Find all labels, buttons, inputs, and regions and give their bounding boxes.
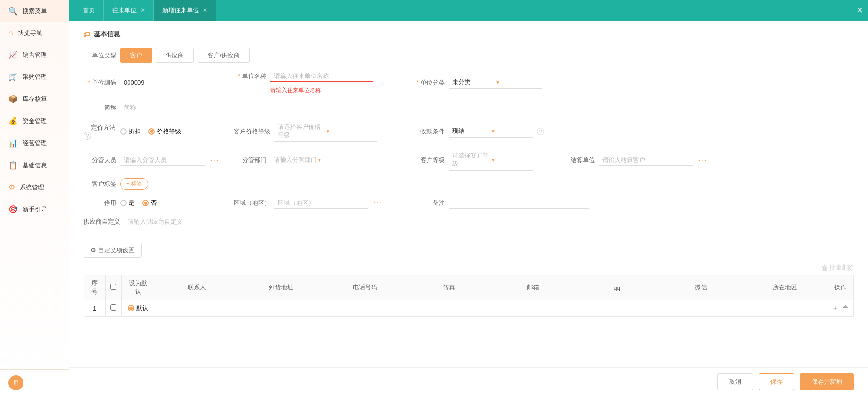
row-checkbox[interactable] — [110, 304, 116, 311]
payment-terms-group: 收款条件 现结 ▼ ? — [412, 125, 854, 138]
col-email: 邮箱 — [491, 275, 575, 300]
tab-partners-close[interactable]: ✕ — [140, 7, 145, 14]
pricing-radio-price-level[interactable]: 价格等级 — [148, 127, 181, 136]
save-new-button[interactable]: 保存并新增 — [800, 373, 854, 390]
tab-home[interactable]: 首页 — [74, 0, 104, 21]
default-radio-circle — [128, 305, 134, 311]
sidebar-item-purchase[interactable]: 🛒 采购管理 — [0, 66, 69, 88]
col-address: 到货地址 — [239, 275, 323, 300]
bottom-bar: 取消 保存 保存并新增 — [69, 367, 868, 396]
region-input[interactable] — [274, 197, 368, 209]
department-select[interactable]: 请输入分管部门 ▼ — [270, 154, 364, 166]
row-default-radio[interactable]: 默认 — [126, 304, 150, 312]
col-region: 所在地区 — [743, 275, 827, 300]
unit-code-input[interactable] — [120, 77, 214, 88]
contact-input[interactable] — [160, 305, 234, 312]
unit-btn-supplier[interactable]: 供应商 — [156, 48, 194, 63]
custom-settings-button[interactable]: ⚙ 自定义项设置 — [84, 243, 142, 258]
department-placeholder: 请输入分管部门 — [274, 155, 317, 164]
unit-category-group: * 单位分类 未分类 ▼ — [412, 76, 854, 89]
payment-terms-select[interactable]: 现结 ▼ — [449, 125, 533, 138]
tabbar-close-btn[interactable]: ✕ — [856, 5, 863, 16]
payment-help-icon[interactable]: ? — [537, 128, 544, 135]
customer-level-select[interactable]: 请选择客户等级 ▼ — [449, 149, 533, 171]
unit-btn-customer[interactable]: 客户 — [120, 48, 152, 63]
tab-new-partner-close[interactable]: ✕ — [203, 7, 207, 14]
wechat-input[interactable] — [664, 305, 738, 312]
col-contact: 联系人 — [155, 275, 239, 300]
fax-input[interactable] — [412, 305, 486, 312]
customer-level-placeholder: 请选择客户等级 — [452, 151, 491, 168]
add-tag-button[interactable]: + 标签 — [120, 178, 148, 190]
batch-delete-btn[interactable]: 🗑 批量删除 — [84, 264, 854, 272]
radio-price-level-circle — [148, 128, 155, 135]
settlement-unit-input[interactable] — [599, 155, 693, 166]
table-header-row: 序号 设为默认 联系人 到货地址 电话号码 传真 邮箱 qq 微信 所在地区 操… — [84, 275, 854, 300]
col-default: 设为默认 — [122, 275, 155, 300]
pricing-discount-label: 折扣 — [129, 127, 141, 136]
tab-home-label: 首页 — [83, 6, 95, 15]
manager-input[interactable] — [120, 155, 205, 166]
short-name-label: 简称 — [84, 103, 116, 112]
qq-input[interactable] — [580, 305, 654, 312]
main-area: 首页 往来单位 ✕ 新增往来单位 ✕ ✕ 🏷 基本信息 单位类型 客户 供应商 … — [69, 0, 868, 396]
cancel-button[interactable]: 取消 — [717, 373, 753, 390]
sidebar-item-system[interactable]: ⚙ 系统管理 — [0, 176, 69, 198]
disabled-label: 停用 — [84, 199, 116, 207]
save-button[interactable]: 保存 — [759, 373, 794, 390]
manager-more-btn[interactable]: ··· — [208, 156, 221, 164]
section-divider — [84, 235, 854, 235]
unit-name-input[interactable] — [270, 70, 373, 82]
sidebar-item-newguide[interactable]: 🎯 新手引导 — [0, 198, 69, 220]
price-level-chevron-icon: ▼ — [326, 129, 373, 134]
tab-partners[interactable]: 往来单位 ✕ — [104, 0, 154, 21]
purchase-icon: 🛒 — [8, 72, 18, 81]
sidebar-item-search[interactable]: 🔍 搜索菜单 — [0, 0, 69, 22]
guide-icon: 🎯 — [8, 205, 18, 214]
remark-group: 备注 — [412, 197, 854, 209]
disabled-radio-group: 是 否 — [120, 199, 157, 207]
customer-price-level-group: 客户价格等级 请选择客户价格等级 ▼ — [234, 121, 412, 142]
disabled-no[interactable]: 否 — [142, 199, 157, 207]
sidebar-item-sales[interactable]: 📈 销售管理 — [0, 44, 69, 66]
customer-price-level-select[interactable]: 请选择客户价格等级 ▼ — [274, 121, 377, 142]
row-region — [743, 300, 827, 317]
pricing-help-icon[interactable]: ? — [84, 132, 91, 140]
user-avatar: 用 — [8, 375, 23, 390]
default-label: 默认 — [136, 304, 148, 312]
sidebar-item-operations[interactable]: 📊 经营管理 — [0, 132, 69, 154]
col-action: 操作 — [827, 275, 853, 300]
add-row-btn[interactable]: ＋ — [832, 304, 838, 312]
settlement-more-btn[interactable]: ··· — [696, 156, 709, 164]
disabled-yes-label: 是 — [129, 199, 135, 207]
row-region-input[interactable] — [748, 305, 822, 312]
sidebar-item-finance[interactable]: 💰 资金管理 — [0, 110, 69, 132]
sidebar-item-quicknav[interactable]: ⌂ 快捷导航 — [0, 22, 69, 44]
supplier-custom-input[interactable] — [124, 216, 227, 227]
phone-input[interactable] — [328, 305, 402, 312]
short-name-input[interactable] — [120, 102, 214, 113]
sidebar-label-basicinfo: 基础信息 — [23, 161, 47, 170]
inventory-icon: 📦 — [8, 94, 18, 103]
unit-btn-both[interactable]: 客户/供应商 — [198, 48, 250, 63]
unit-name-error: 请输入往来单位名称 — [270, 86, 321, 94]
unit-category-select[interactable]: 未分类 ▼ — [449, 76, 542, 89]
sidebar-item-inventory[interactable]: 📦 库存核算 — [0, 88, 69, 110]
address-input[interactable] — [244, 305, 318, 312]
settlement-unit-group: 结算单位 ··· — [562, 155, 854, 166]
disabled-yes[interactable]: 是 — [120, 199, 135, 207]
sidebar-item-basicinfo[interactable]: 📋 基础信息 — [0, 154, 69, 176]
tab-new-partner[interactable]: 新增往来单位 ✕ — [154, 0, 216, 21]
row-wechat — [659, 300, 743, 317]
select-all-checkbox[interactable] — [110, 284, 116, 290]
batch-delete-area: 🗑 批量删除 — [84, 264, 854, 272]
pricing-radio-discount[interactable]: 折扣 — [120, 127, 141, 136]
section-basic-info: 🏷 基本信息 — [84, 30, 854, 39]
region-more-btn[interactable]: ··· — [372, 199, 384, 207]
disabled-group: 停用 是 否 — [84, 199, 234, 207]
batch-delete-label: 批量删除 — [830, 264, 854, 272]
row-email — [491, 300, 575, 317]
remark-input[interactable] — [449, 197, 589, 209]
delete-row-btn[interactable]: 🗑 — [842, 304, 849, 312]
email-input[interactable] — [496, 305, 570, 312]
